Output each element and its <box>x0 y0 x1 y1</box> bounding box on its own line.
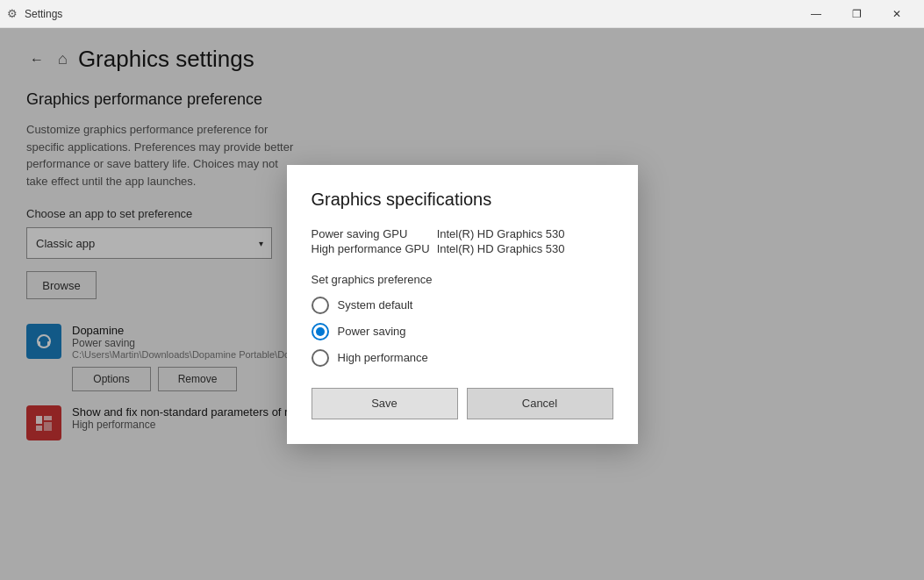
titlebar: ⚙ Settings — ❐ ✕ <box>0 0 924 28</box>
graphics-specifications-dialog: Graphics specifications Power saving GPU… <box>287 165 638 444</box>
radio-inner-power-saving <box>316 327 325 336</box>
power-saving-gpu-label: Power saving GPU <box>312 227 430 240</box>
power-saving-gpu-value: Intel(R) HD Graphics 530 <box>437 227 613 240</box>
modal-title: Graphics specifications <box>312 190 613 210</box>
high-performance-gpu-label: High performance GPU <box>312 242 430 255</box>
radio-circle-high-performance <box>312 349 329 367</box>
modal-overlay: Graphics specifications Power saving GPU… <box>0 28 924 580</box>
titlebar-controls: — ❐ ✕ <box>796 0 917 28</box>
high-performance-gpu-value: Intel(R) HD Graphics 530 <box>437 242 613 255</box>
close-button[interactable]: ✕ <box>877 0 917 28</box>
maximize-button[interactable]: ❐ <box>836 0 877 28</box>
modal-buttons: Save Cancel <box>312 388 613 419</box>
radio-circle-power-saving <box>312 323 329 340</box>
radio-item-system-default[interactable]: System default <box>312 297 613 314</box>
cancel-button[interactable]: Cancel <box>467 388 613 419</box>
radio-item-power-saving[interactable]: Power saving <box>312 323 613 340</box>
radio-label-system-default: System default <box>338 298 413 311</box>
settings-icon: ⚙ <box>7 7 18 20</box>
radio-label-high-performance: High performance <box>338 351 428 364</box>
pref-label: Set graphics preference <box>312 273 613 286</box>
radio-label-power-saving: Power saving <box>338 325 406 338</box>
gpu-info: Power saving GPU Intel(R) HD Graphics 53… <box>312 227 613 255</box>
titlebar-left: ⚙ Settings <box>7 7 62 20</box>
titlebar-title: Settings <box>25 8 62 20</box>
minimize-button[interactable]: — <box>796 0 836 28</box>
save-button[interactable]: Save <box>312 388 458 419</box>
radio-item-high-performance[interactable]: High performance <box>312 349 613 367</box>
main-content: ← ⌂ Graphics settings Graphics performan… <box>0 28 924 580</box>
radio-circle-system-default <box>312 297 329 314</box>
radio-group: System default Power saving High perform… <box>312 297 613 367</box>
